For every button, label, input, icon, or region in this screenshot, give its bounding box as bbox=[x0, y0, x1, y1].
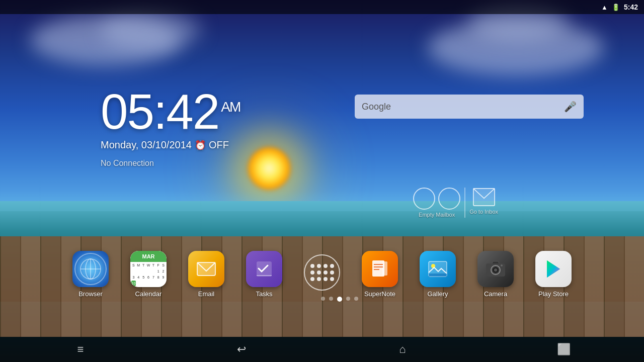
camera-label: Camera bbox=[484, 290, 507, 298]
cal-day bbox=[136, 268, 141, 274]
date-text: Monday, 03/10/2014 bbox=[101, 139, 192, 151]
all-apps-icon[interactable] bbox=[304, 254, 340, 291]
menu-icon: ≡ bbox=[77, 343, 84, 356]
tasks-icon[interactable] bbox=[246, 251, 282, 287]
clock-display: 05:42AM bbox=[101, 87, 240, 136]
cal-day bbox=[131, 268, 136, 274]
cal-day: S bbox=[131, 263, 136, 268]
inbox-section[interactable]: Go to Inbox bbox=[469, 188, 498, 215]
camera-icon[interactable] bbox=[477, 251, 514, 287]
email-icon[interactable] bbox=[188, 251, 224, 287]
svg-point-1 bbox=[80, 259, 101, 279]
mail-count-circles bbox=[413, 188, 460, 210]
cal-day: 5 bbox=[141, 275, 146, 280]
clock-hours-minutes: 05:42 bbox=[101, 84, 219, 139]
mail-circle-1 bbox=[413, 188, 435, 210]
app-calendar[interactable]: MAR S M T W T F S 1 bbox=[120, 251, 178, 298]
calendar-icon[interactable]: MAR S M T W T F S 1 bbox=[130, 251, 167, 287]
battery-icon: 🔋 bbox=[612, 4, 620, 11]
cal-day: 9 bbox=[161, 275, 166, 280]
calendar-inner: MAR S M T W T F S 1 bbox=[130, 251, 167, 287]
search-bar[interactable]: Google 🎤 bbox=[355, 95, 584, 119]
tasks-svg bbox=[253, 257, 276, 281]
calendar-body: S M T W T F S 1 2 3 bbox=[130, 262, 167, 287]
supernote-icon[interactable] bbox=[362, 251, 398, 287]
browser-icon[interactable] bbox=[72, 251, 109, 287]
weather-status: No Connection bbox=[101, 159, 240, 168]
cal-day bbox=[146, 268, 151, 274]
supernote-label: SuperNote bbox=[364, 290, 395, 298]
alarm-status: OFF bbox=[209, 139, 229, 151]
clock-date: Monday, 03/10/2014 ⏰ OFF bbox=[101, 139, 240, 151]
microphone-icon[interactable]: 🎤 bbox=[564, 101, 577, 113]
status-time: 5:42 bbox=[624, 3, 638, 11]
camera-svg bbox=[484, 257, 507, 281]
app-all-apps[interactable] bbox=[293, 254, 351, 294]
cal-day: 8 bbox=[156, 275, 160, 280]
tasks-label: Tasks bbox=[256, 290, 272, 298]
cal-day: T bbox=[151, 263, 155, 268]
cal-day bbox=[141, 268, 146, 274]
svg-rect-15 bbox=[429, 274, 447, 277]
svg-point-20 bbox=[501, 264, 503, 266]
calendar-label: Calendar bbox=[135, 290, 162, 298]
app-grid-dot bbox=[330, 277, 334, 281]
alarm-icon: ⏰ bbox=[195, 140, 206, 151]
gallery-label: Gallery bbox=[427, 290, 448, 298]
gallery-icon[interactable] bbox=[420, 251, 456, 287]
cal-day: S bbox=[161, 263, 166, 268]
app-grid-dot bbox=[310, 270, 314, 275]
mail-circle-2 bbox=[438, 188, 460, 210]
email-envelope-svg bbox=[195, 257, 218, 281]
app-supernote[interactable]: SuperNote bbox=[351, 251, 409, 298]
nav-home-button[interactable]: ⌂ bbox=[390, 337, 415, 362]
clock-ampm: AM bbox=[221, 99, 240, 115]
app-grid-dot bbox=[330, 264, 334, 268]
back-icon: ↩ bbox=[237, 343, 246, 356]
email-label: Email bbox=[198, 290, 215, 298]
playstore-svg bbox=[542, 257, 565, 281]
cal-day: F bbox=[156, 263, 160, 268]
cal-day: 3 bbox=[131, 275, 136, 280]
svg-rect-9 bbox=[382, 261, 387, 276]
gallery-svg bbox=[426, 257, 449, 281]
playstore-icon[interactable] bbox=[535, 251, 572, 287]
email-widget: Empty Mailbox Go to Inbox bbox=[413, 188, 498, 218]
cal-day bbox=[151, 268, 155, 274]
google-search-widget[interactable]: Google 🎤 bbox=[355, 95, 584, 119]
cal-day: 1 bbox=[156, 268, 160, 274]
recent-apps-icon: ⬜ bbox=[557, 343, 571, 356]
browser-label: Browser bbox=[78, 290, 103, 298]
app-grid-dot bbox=[317, 270, 321, 275]
app-email[interactable]: Email bbox=[178, 251, 235, 298]
app-grid-dot bbox=[310, 277, 314, 281]
app-gallery[interactable]: Gallery bbox=[409, 251, 467, 298]
nav-menu-button[interactable]: ≡ bbox=[68, 337, 93, 362]
cal-day: M bbox=[136, 263, 141, 268]
app-browser[interactable]: Browser bbox=[62, 251, 120, 298]
all-apps-grid bbox=[304, 257, 340, 288]
app-camera[interactable]: Camera bbox=[467, 251, 525, 298]
cal-day-today: 10 bbox=[131, 281, 136, 286]
home-screen-content: 05:42AM Monday, 03/10/2014 ⏰ OFF No Conn… bbox=[35, 14, 644, 337]
supernote-svg bbox=[368, 257, 391, 281]
app-grid-dot bbox=[317, 277, 321, 281]
cal-day: 4 bbox=[136, 275, 141, 280]
navigation-bar: ≡ ↩ ⌂ ⬜ bbox=[0, 337, 644, 362]
wifi-icon: ▲ bbox=[601, 4, 608, 11]
app-grid-dot bbox=[324, 270, 328, 275]
app-playstore[interactable]: Play Store bbox=[525, 251, 583, 298]
app-tasks[interactable]: Tasks bbox=[235, 251, 293, 298]
app-grid-dot bbox=[324, 277, 328, 281]
nav-back-button[interactable]: ↩ bbox=[229, 337, 254, 362]
svg-point-19 bbox=[494, 268, 497, 272]
app-dock: Browser MAR S M T W T F S bbox=[0, 241, 644, 307]
nav-recent-button[interactable]: ⬜ bbox=[551, 337, 576, 362]
svg-marker-22 bbox=[547, 260, 560, 278]
playstore-label: Play Store bbox=[538, 290, 569, 298]
cal-day: 7 bbox=[151, 275, 155, 280]
cal-day: 6 bbox=[146, 275, 151, 280]
clock-widget: 05:42AM Monday, 03/10/2014 ⏰ OFF No Conn… bbox=[101, 87, 240, 168]
search-label[interactable]: Google bbox=[362, 102, 559, 112]
browser-globe-svg bbox=[79, 257, 102, 281]
